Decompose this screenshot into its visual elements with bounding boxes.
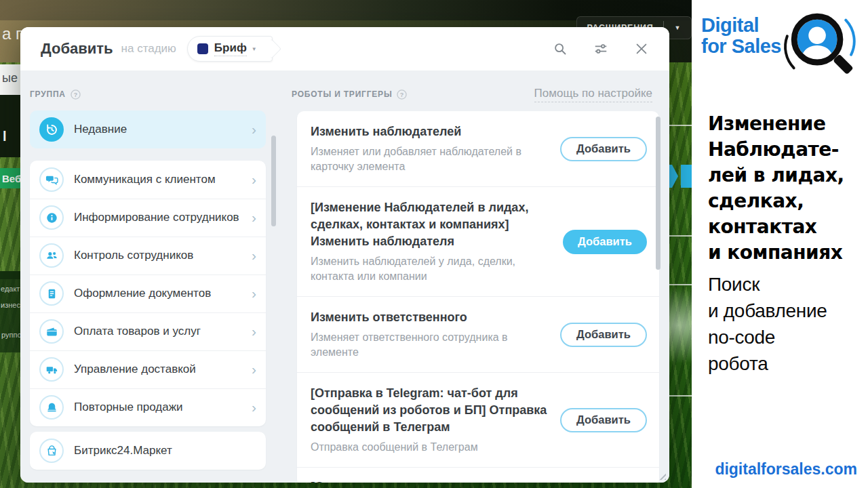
robot-title: Изменить ответственного: [311, 309, 557, 326]
people-icon: [39, 243, 64, 268]
setup-help-link[interactable]: Помощь по настройке: [534, 87, 652, 102]
groups-scrollbar[interactable]: [271, 136, 276, 226]
stage-color-swatch: [197, 43, 208, 54]
brand-logo-magnifier-face: [783, 8, 856, 81]
website-link[interactable]: digitalforsales.com: [715, 460, 857, 479]
group-item[interactable]: Коммуникация с клиентом›: [30, 161, 266, 199]
robots-scrollbar[interactable]: [656, 117, 660, 270]
group-item[interactable]: Недавние›: [30, 110, 266, 148]
robot-item: Изменить ответственногоИзменяет ответств…: [297, 296, 659, 372]
group-item-label: Контроль сотрудников: [74, 249, 241, 262]
chevron-right-icon: ›: [252, 285, 258, 302]
group-item[interactable]: Битрикс24.Маркет: [30, 432, 266, 470]
promo-heading-line: Наблюдате-: [708, 137, 868, 163]
add-robot-button[interactable]: Добавить: [563, 230, 647, 254]
robot-title: [Отправка: [311, 479, 557, 483]
brand-name-line2: for Sales: [701, 36, 781, 57]
dialog-body: ГРУППА ? Недавние› Коммуникация с клиент…: [20, 70, 669, 483]
brand-name-line1: Digital: [701, 15, 781, 36]
group-item-label: Недавние: [74, 123, 241, 136]
group-item-label: Оплата товаров и услуг: [74, 325, 241, 338]
settings-panel-fragment: едакт изнес руппо: [0, 271, 21, 352]
promo-subtext-line: и добавление: [708, 298, 868, 324]
robot-description: Изменяет или добавляет наблюдателей в ка…: [311, 144, 557, 174]
history-icon: [39, 117, 64, 142]
group-item-label: Повторные продажи: [74, 401, 241, 414]
kanban-grid-line: [669, 395, 692, 396]
chevron-down-icon: ▼: [252, 46, 257, 52]
menu-tab-fragment: ые: [0, 64, 21, 95]
robot-title: [Отправка в Telegram: чат-бот для сообще…: [311, 385, 557, 436]
help-question-icon[interactable]: ?: [397, 89, 407, 100]
group-item-label: Битрикс24.Маркет: [74, 444, 258, 458]
stage-label: Бриф: [214, 41, 247, 56]
robots-panel: РОБОТЫ И ТРИГГЕРЫ ? Помощь по настройке …: [285, 70, 669, 483]
promo-subtext: Поиски добавлениеno-codeробота: [708, 271, 868, 377]
search-icon[interactable]: [553, 41, 568, 56]
market-icon: [39, 439, 64, 463]
dark-panel-fragment: l: [0, 95, 21, 157]
chevron-right-icon: ›: [252, 171, 258, 188]
robot-item: [Отправка в Telegram: чат-бот для сообще…: [297, 372, 659, 467]
group-item[interactable]: Информирование сотрудников›: [30, 199, 266, 237]
group-item-label: Оформление документов: [74, 287, 241, 300]
bell-icon: [39, 395, 64, 420]
robot-description: Отправка сообщений в Телеграм: [311, 440, 557, 455]
robot-item-partial: [Отправка: [297, 467, 659, 483]
kanban-grid-line: [669, 125, 692, 126]
group-item-market[interactable]: Битрикс24.Маркет: [30, 432, 266, 470]
promo-heading-line: сделках,: [708, 188, 868, 214]
robot-list: Изменить наблюдателейИзменяет или добавл…: [297, 111, 659, 483]
groups-section-label: ГРУППА: [30, 89, 66, 99]
chevron-right-icon: ›: [252, 323, 258, 340]
chevron-right-icon: ›: [252, 247, 258, 264]
chevron-right-icon: ›: [252, 361, 258, 378]
group-list: Коммуникация с клиентом›Информирование с…: [30, 161, 266, 426]
promo-heading-line: контактах: [708, 214, 868, 240]
kanban-stage-arrow: [681, 165, 692, 188]
kanban-grid-line: [669, 284, 692, 285]
groups-panel: ГРУППА ? Недавние› Коммуникация с клиент…: [20, 70, 285, 483]
robot-description: Изменяет ответственного сотрудника в эле…: [311, 330, 557, 360]
promo-subtext-line: Поиск: [708, 271, 868, 298]
group-item-label: Информирование сотрудников: [74, 211, 241, 224]
promo-heading-line: и компаниях: [708, 240, 868, 266]
group-item[interactable]: Повторные продажи›: [30, 388, 266, 426]
group-item[interactable]: Оформление документов›: [30, 274, 266, 312]
group-item-label: Коммуникация с клиентом: [74, 173, 241, 186]
truck-icon: [39, 357, 64, 382]
robot-description: Изменить наблюдателей у лида, сделки, ко…: [311, 254, 557, 284]
stage-selector[interactable]: Бриф ▼: [187, 36, 273, 62]
help-question-icon[interactable]: ?: [71, 89, 81, 100]
dialog-subtitle: на стадию: [121, 42, 176, 56]
group-item[interactable]: Контроль сотрудников›: [30, 237, 266, 274]
robot-title: Изменить наблюдателей: [311, 123, 557, 140]
dialog-title: Добавить: [41, 40, 113, 58]
group-item-recent[interactable]: Недавние›: [30, 110, 266, 148]
promo-subtext-line: робота: [708, 350, 868, 377]
kanban-grid-line: [669, 235, 692, 237]
filter-icon[interactable]: [593, 41, 608, 56]
wallet-icon: [39, 319, 64, 344]
close-icon[interactable]: [634, 41, 649, 56]
robot-item: Изменить наблюдателейИзменяет или добавл…: [297, 111, 659, 186]
add-robot-button[interactable]: Добавить: [560, 137, 647, 161]
group-item[interactable]: Оплата товаров и услуг›: [30, 312, 266, 350]
robot-item: [Изменение Наблюдателей в лидах, сделках…: [297, 186, 659, 296]
promo-heading: ИзменениеНаблюдате-лей в лидах,сделках,к…: [708, 111, 868, 266]
dialog-header: Добавить на стадию Бриф ▼: [20, 27, 669, 70]
promo-heading-line: лей в лидах,: [708, 163, 868, 188]
promo-subtext-line: no-code: [708, 324, 868, 350]
group-item-label: Управление доставкой: [74, 363, 241, 376]
add-robot-button[interactable]: Добавить: [560, 408, 647, 432]
document-icon: [39, 281, 64, 306]
promo-sidebar: Digital for Sales ИзменениеНаблюдате-лей…: [692, 0, 868, 488]
robot-title: [Изменение Наблюдателей в лидах, сделках…: [311, 199, 557, 250]
promo-heading-line: Изменение: [708, 111, 868, 137]
robots-section-label: РОБОТЫ И ТРИГГЕРЫ: [292, 89, 392, 99]
group-item[interactable]: Управление доставкой›: [30, 350, 266, 388]
add-robot-button[interactable]: Добавить: [560, 323, 647, 347]
chat-icon: [39, 167, 64, 192]
info-icon: [39, 205, 64, 230]
chevron-right-icon: ›: [252, 399, 258, 415]
